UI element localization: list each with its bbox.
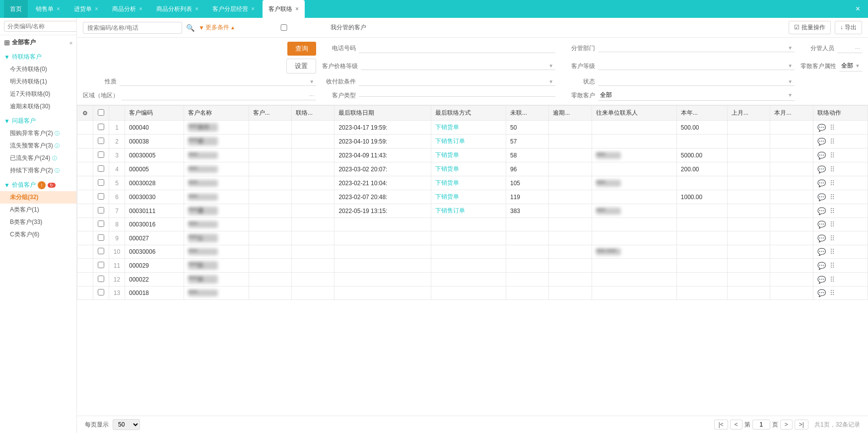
tab-customer-segment[interactable]: 客户分层经营 ×	[206, 0, 261, 18]
this-year-col-header[interactable]: 本年...	[676, 106, 727, 121]
checkbox-col-header[interactable]	[93, 106, 109, 121]
message-action-icon[interactable]: 💬	[817, 276, 826, 284]
more-action-icon[interactable]: ⠿	[830, 220, 835, 228]
more-action-icon[interactable]: ⠿	[830, 276, 835, 284]
checkbox-cell[interactable]	[93, 162, 109, 176]
price-level-select[interactable]: ▼	[361, 62, 555, 70]
tab-customer-contact[interactable]: 客户联络 ×	[263, 0, 305, 18]
checkbox-cell[interactable]	[93, 259, 109, 273]
sidebar-item-churn-warning[interactable]: 流失预警客户(3) ⓘ	[0, 140, 76, 152]
area-dots-icon[interactable]: ···	[309, 92, 314, 99]
reset-button[interactable]: 设置	[286, 59, 316, 73]
contact-col-header[interactable]: 联络...	[291, 106, 334, 121]
customer-type-col-header[interactable]: 客户...	[249, 106, 291, 121]
sidebar-item-ungrouped[interactable]: 未分组(32)	[0, 191, 76, 204]
checkbox-cell[interactable]	[93, 245, 109, 259]
sidebar-item-hoarding-abnormal[interactable]: 囤购异常客户(2) ⓘ	[0, 127, 76, 140]
sales-tab-close[interactable]: ×	[57, 5, 60, 12]
problem-customers-section-title[interactable]: ▼ 问题客户	[0, 115, 76, 127]
purchase-tab-close[interactable]: ×	[95, 5, 98, 12]
overdue-col-header[interactable]: 逾期...	[549, 106, 592, 121]
row-checkbox[interactable]	[98, 193, 104, 200]
row-checkbox[interactable]	[98, 262, 104, 268]
row-checkbox[interactable]	[98, 234, 104, 241]
checkbox-cell[interactable]	[93, 204, 109, 218]
row-checkbox[interactable]	[98, 165, 104, 172]
more-action-icon[interactable]: ⠿	[830, 165, 835, 173]
row-checkbox[interactable]	[98, 220, 104, 227]
more-action-icon[interactable]: ⠿	[830, 248, 835, 256]
sidebar-item-class-a[interactable]: A类客户(1)	[0, 204, 76, 216]
retail-customer-select[interactable]: 全部 ▼	[598, 90, 795, 101]
last-page-button[interactable]: >|	[795, 420, 808, 430]
sidebar-item-class-c[interactable]: C类客户(6)	[0, 228, 76, 241]
more-action-icon[interactable]: ⠿	[830, 124, 835, 132]
checkbox-cell[interactable]	[93, 135, 109, 148]
more-action-icon[interactable]: ⠿	[830, 289, 835, 297]
last-contact-date-col-header[interactable]: 最后联络日期	[334, 106, 431, 121]
customer-type-select[interactable]	[359, 94, 555, 97]
filter-search-icon[interactable]: 🔍	[186, 24, 195, 32]
product-analysis-tab-close[interactable]: ×	[139, 5, 142, 12]
query-button[interactable]: 查询	[287, 42, 316, 56]
tab-product-list[interactable]: 商品分析列表 ×	[150, 0, 204, 18]
prev-page-button[interactable]: <	[730, 420, 742, 430]
more-action-icon[interactable]: ⠿	[830, 151, 835, 159]
per-page-select[interactable]: 50 100 200	[113, 419, 140, 430]
message-action-icon[interactable]: 💬	[817, 248, 826, 256]
refresh-badge[interactable]: ↻	[48, 183, 56, 188]
customer-level-select[interactable]: ▼	[598, 62, 795, 70]
customer-contact-tab-close[interactable]: ×	[295, 5, 299, 12]
message-action-icon[interactable]: 💬	[817, 220, 826, 228]
search-input[interactable]	[83, 22, 182, 34]
unit-contact-col-header[interactable]: 往来单位联系人	[592, 106, 676, 121]
row-checkbox[interactable]	[98, 151, 104, 158]
checkbox-cell[interactable]	[93, 218, 109, 231]
message-action-icon[interactable]: 💬	[817, 193, 826, 201]
sidebar-search-input[interactable]	[4, 21, 77, 32]
more-conditions-button[interactable]: ▼ 更多条件 ▲	[199, 23, 235, 32]
last-contact-method-col-header[interactable]: 最后联络方式	[431, 106, 506, 121]
no-contact-col-header[interactable]: 未联...	[506, 106, 549, 121]
checkbox-cell[interactable]	[93, 287, 109, 300]
more-action-icon[interactable]: ⠿	[830, 138, 835, 145]
contact-method-link[interactable]: 下销售订单	[435, 138, 465, 144]
message-action-icon[interactable]: 💬	[817, 138, 826, 145]
row-checkbox[interactable]	[98, 276, 104, 282]
code-col-header[interactable]: 客户编码	[125, 106, 184, 121]
tab-home[interactable]: 首页	[4, 0, 28, 18]
message-action-icon[interactable]: 💬	[817, 234, 826, 242]
message-action-icon[interactable]: 💬	[817, 207, 826, 215]
contact-method-link[interactable]: 下销货单	[435, 179, 459, 186]
more-action-icon[interactable]: ⠿	[830, 234, 835, 242]
sidebar-item-class-b[interactable]: B类客户(33)	[0, 216, 76, 228]
status-select[interactable]: ▼	[598, 78, 795, 86]
sidebar-item-churned[interactable]: 已流失客户(24) ⓘ	[0, 152, 76, 164]
contact-method-link[interactable]: 下销售订单	[435, 207, 465, 214]
message-action-icon[interactable]: 💬	[817, 124, 826, 132]
tab-purchase[interactable]: 进货单 ×	[68, 0, 104, 18]
checkbox-cell[interactable]	[93, 273, 109, 287]
message-action-icon[interactable]: 💬	[817, 179, 826, 187]
first-page-button[interactable]: |<	[714, 420, 728, 430]
message-action-icon[interactable]: 💬	[817, 262, 826, 270]
contact-method-link[interactable]: 下销货单	[435, 151, 459, 158]
message-action-icon[interactable]: 💬	[817, 165, 826, 173]
checkbox-cell[interactable]	[93, 148, 109, 162]
checkbox-cell[interactable]	[93, 190, 109, 204]
value-customers-section-title[interactable]: ▼ 价值客户 ! ↻	[0, 179, 76, 191]
row-checkbox[interactable]	[98, 207, 104, 214]
row-checkbox[interactable]	[98, 138, 104, 144]
batch-ops-button[interactable]: ☑ 批量操作	[789, 21, 830, 34]
retail-attr-select[interactable]: 全部 ▼	[839, 61, 862, 72]
more-action-icon[interactable]: ⠿	[830, 262, 835, 270]
name-col-header[interactable]: 客户名称	[184, 106, 249, 121]
pending-contact-section-title[interactable]: ▼ 待联络客户	[0, 51, 76, 63]
settings-col-header[interactable]: ⚙	[77, 106, 93, 121]
close-window-button[interactable]: ×	[852, 4, 864, 13]
phone-input-field[interactable]	[361, 45, 553, 52]
more-action-icon[interactable]: ⠿	[830, 179, 835, 187]
page-number-input[interactable]	[752, 420, 770, 430]
last-month-col-header[interactable]: 上月...	[728, 106, 770, 121]
manager-dots-icon[interactable]: ···	[855, 45, 860, 52]
